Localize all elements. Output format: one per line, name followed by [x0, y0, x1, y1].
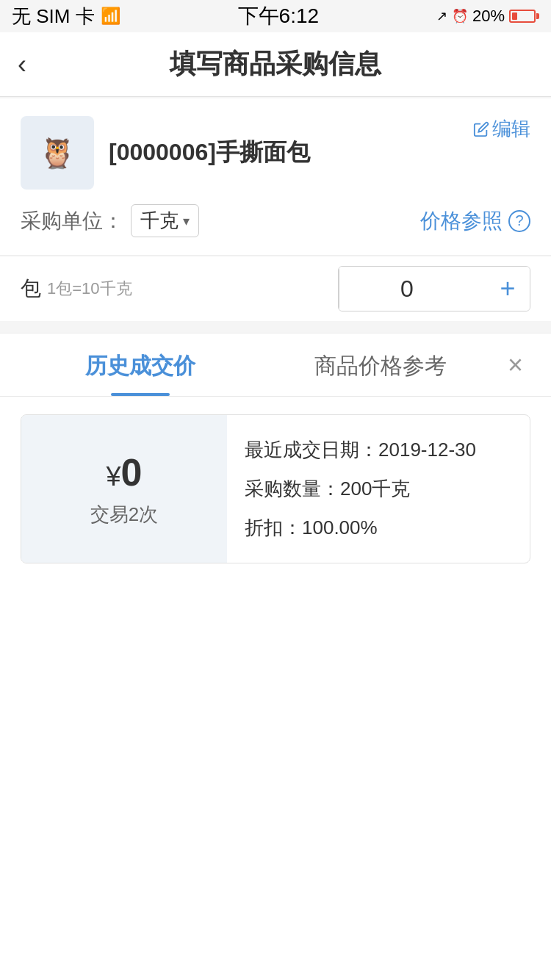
price-card: ¥0 交易2次 最近成交日期：2019-12-30 采购数量：200千克 折扣：…	[21, 414, 530, 563]
battery-icon	[509, 10, 539, 23]
back-icon: ‹	[18, 49, 26, 79]
tab-history-price[interactable]: 历史成交价	[21, 334, 260, 396]
product-info: 🦉 [0000006]手撕面包	[21, 116, 310, 190]
owl-icon: 🦉	[39, 136, 76, 170]
close-icon: ×	[508, 350, 523, 381]
unit-value: 千克	[140, 208, 179, 234]
quantity-section: 包 1包=10千克 +	[0, 255, 551, 321]
bottom-area	[0, 581, 551, 980]
tab2-label: 商品价格参考	[314, 353, 447, 378]
currency-symbol: ¥	[107, 461, 121, 491]
price-amount: ¥0	[107, 450, 143, 494]
purchase-quantity-label: 采购数量：	[245, 478, 340, 500]
product-image: 🦉	[21, 116, 94, 190]
transaction-count: 交易2次	[90, 502, 158, 527]
nav-bar: ‹ 填写商品采购信息	[0, 32, 551, 97]
status-bar: 无 SIM 卡 📶 下午6:12 ↗ ⏰ 20%	[0, 0, 551, 32]
price-ref-label: 价格参照	[420, 207, 503, 235]
tabs-header: 历史成交价 商品价格参考 ×	[0, 334, 551, 397]
quantity-label: 包 1包=10千克	[21, 275, 132, 303]
price-ref-button[interactable]: 价格参照 ?	[420, 207, 530, 235]
recent-date-label: 最近成交日期：	[245, 439, 378, 461]
tab1-label: 历史成交价	[85, 353, 195, 378]
quantity-plus-button[interactable]: +	[486, 267, 530, 311]
unit-bag-label: 包	[21, 275, 41, 303]
edit-label: 编辑	[492, 116, 530, 142]
product-name: [0000006]手撕面包	[109, 137, 310, 169]
help-icon: ?	[508, 210, 530, 232]
product-card: 🦉 [0000006]手撕面包 编辑 采购单位： 千克 ▾ 价格参照 ?	[0, 98, 551, 255]
history-content: ¥0 交易2次 最近成交日期：2019-12-30 采购数量：200千克 折扣：…	[0, 397, 551, 581]
quantity-control: +	[338, 266, 530, 311]
back-button[interactable]: ‹	[18, 49, 26, 80]
quantity-row-detail: 采购数量：200千克	[245, 475, 512, 503]
chevron-down-icon: ▾	[183, 213, 190, 229]
quantity-input[interactable]	[339, 267, 486, 311]
tabs-section: 历史成交价 商品价格参考 × ¥0 交易2次 最近成交日期：2019-12-30…	[0, 333, 551, 581]
discount-value: 100.00%	[302, 516, 378, 538]
edit-button[interactable]: 编辑	[473, 116, 530, 142]
location-icon: ↗	[436, 8, 447, 24]
tab-price-reference[interactable]: 商品价格参考	[260, 334, 500, 396]
product-header: 🦉 [0000006]手撕面包 编辑	[21, 116, 530, 190]
unit-left: 采购单位： 千克 ▾	[21, 204, 199, 237]
price-value: 0	[121, 451, 143, 494]
carrier-text: 无 SIM 卡	[12, 4, 95, 29]
discount-row: 折扣：100.00%	[245, 514, 512, 542]
plus-icon: +	[500, 273, 515, 304]
alarm-icon: ⏰	[452, 8, 468, 24]
quantity-row: 包 1包=10千克 +	[21, 256, 530, 321]
price-card-right: 最近成交日期：2019-12-30 采购数量：200千克 折扣：100.00%	[227, 415, 530, 563]
status-carrier: 无 SIM 卡 📶	[12, 4, 120, 29]
wifi-icon: 📶	[101, 7, 120, 26]
status-right: ↗ ⏰ 20%	[436, 7, 539, 26]
unit-select[interactable]: 千克 ▾	[131, 204, 199, 237]
recent-date-value: 2019-12-30	[378, 439, 476, 461]
product-unit-row: 采购单位： 千克 ▾ 价格参照 ?	[21, 204, 530, 237]
unit-label: 采购单位：	[21, 207, 123, 235]
time-text: 下午6:12	[238, 4, 320, 27]
unit-hint: 1包=10千克	[47, 278, 132, 300]
edit-icon	[473, 121, 489, 137]
purchase-quantity-value: 200千克	[340, 478, 410, 500]
battery-percent: 20%	[472, 7, 505, 26]
price-card-left: ¥0 交易2次	[21, 415, 227, 563]
discount-label: 折扣：	[245, 516, 302, 538]
tab-close-button[interactable]: ×	[500, 350, 530, 381]
status-time: 下午6:12	[238, 2, 320, 30]
recent-date-row: 最近成交日期：2019-12-30	[245, 436, 512, 464]
page-title: 填写商品采购信息	[170, 46, 381, 82]
